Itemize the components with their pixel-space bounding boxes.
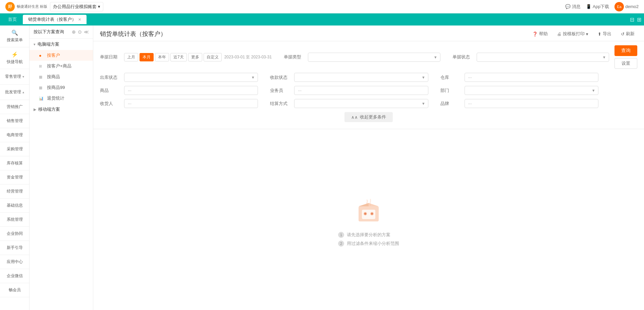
date-last7days-btn[interactable]: 近7天 — [170, 53, 187, 61]
sidebar-item-guide[interactable]: 新手引导 — [0, 241, 29, 255]
scheme-item-return-stat[interactable]: 📊 退货统计 — [30, 93, 93, 104]
message-btn[interactable]: 💬 消息 — [565, 4, 581, 10]
by-product99-label: 按商品99 — [47, 85, 65, 91]
sidebar-item-enterprise[interactable]: 企业协同 — [0, 227, 29, 241]
sidebar-item-marketing[interactable]: 营销推广 — [0, 100, 29, 114]
scheme-item-by-customer-product[interactable]: ⊞ 按客户+商品 — [30, 61, 93, 71]
refresh-btn[interactable]: ↺ 刷新 — [618, 30, 637, 38]
outbound-label: 出库状态 — [100, 74, 119, 81]
return-stat-label: 退货统计 — [47, 95, 64, 101]
settings-btn[interactable]: 设置 — [614, 58, 637, 69]
app-download-btn[interactable]: 📱 App下载 — [586, 4, 609, 10]
tab-maximize-icon[interactable]: ⊞ — [637, 16, 641, 23]
content-area: 按以下方案查询 ⊕ ⊙ ≪ ▾ 电脑端方案 ● 按客户 ⊞ — [30, 25, 644, 310]
sidebar-item-basic-info[interactable]: 基础信息 — [0, 199, 29, 213]
template-print-btn[interactable]: 🖨 按模板打印 ▾ — [554, 30, 591, 38]
purchase-label: 采购管理 — [7, 146, 23, 152]
doc-status-select[interactable]: ▾ — [477, 53, 609, 62]
collapse-btn[interactable]: ∧∧ 收起更多条件 — [344, 112, 393, 122]
date-this-month-btn[interactable]: 本月 — [140, 53, 154, 61]
export-btn[interactable]: ⬆ 导出 — [595, 30, 614, 38]
date-range-display: 2023-03-01 至 2023-03-31 — [224, 54, 272, 60]
member-label: 畅会员 — [9, 287, 21, 293]
scheme-group-pc-header[interactable]: ▾ 电脑端方案 — [30, 39, 93, 50]
salesperson-select[interactable]: ··· — [294, 86, 428, 95]
scheme-item-by-customer[interactable]: ● 按客户 — [30, 50, 93, 61]
print-icon: 🖨 — [557, 32, 561, 37]
scheme-item-by-product99[interactable]: ▦ 按商品99 — [30, 82, 93, 93]
workspace-label: 办公用品行业模拟账套 — [53, 4, 97, 10]
date-label: 单据日期 — [100, 54, 119, 60]
operations-label: 经营管理 — [7, 189, 23, 194]
date-custom-btn[interactable]: 自定义 — [204, 53, 222, 61]
sidebar-item-system[interactable]: 系统管理 — [0, 213, 29, 227]
tab-sales-stat[interactable]: 销货单统计表（按客户） ✕ — [23, 15, 87, 24]
search-menu-label: 搜索菜单 — [7, 37, 23, 43]
sidebar-item-member[interactable]: 畅会员 — [0, 283, 29, 297]
department-select[interactable]: ▾ — [465, 86, 598, 95]
help-btn[interactable]: ❓ 帮助 — [530, 30, 550, 38]
brand-select[interactable]: ··· — [465, 99, 598, 108]
scheme-item-by-product[interactable]: ▦ 按商品 — [30, 71, 93, 82]
tab-minimize-icon[interactable]: ⊟ — [630, 16, 634, 23]
scheme-collapse-icon[interactable]: ≪ — [84, 29, 89, 35]
quick-nav-label: 快捷导航 — [7, 59, 23, 65]
scheme-add-icon[interactable]: ⊕ — [72, 29, 76, 35]
inventory-label: 库存核算 — [7, 160, 23, 166]
tab-home[interactable]: 首页 — [3, 15, 22, 24]
scheme-group-pc: ▾ 电脑端方案 ● 按客户 ⊞ 按客户+商品 ▦ 按商品 ▦ 按商品99 — [30, 39, 93, 104]
tip-num-1: 1 — [338, 232, 344, 238]
warehouse-label: 仓库 — [440, 74, 459, 81]
retail-arrow-icon: ▾ — [22, 75, 24, 79]
sidebar-item-retail[interactable]: 零售管理 ▾ — [0, 69, 29, 85]
sidebar-item-inventory[interactable]: 库存核算 — [0, 156, 29, 170]
salesperson-dots: ··· — [298, 88, 302, 93]
chevron-down-icon: ▾ — [34, 42, 36, 47]
by-customer-product-label: 按客户+商品 — [47, 63, 71, 69]
user-avatar: Ea — [614, 2, 624, 11]
workspace-selector[interactable]: 办公用品行业模拟账套 ▾ — [50, 2, 103, 11]
main-panel: 销货单统计表（按客户） ❓ 帮助 🖨 按模板打印 ▾ ⬆ 导出 — [93, 25, 644, 310]
product-select[interactable]: ··· — [124, 86, 258, 95]
sidebar-item-operations[interactable]: 经营管理 — [0, 185, 29, 199]
doc-type-select[interactable]: ▾ — [308, 53, 440, 62]
sidebar-item-corp-wechat[interactable]: 企业微信 — [0, 269, 29, 283]
page-title: 销货单统计表（按客户） — [100, 30, 166, 38]
customer-icon: ● — [39, 53, 44, 58]
recipient-select[interactable]: ··· — [124, 99, 258, 108]
scheme-settings-icon[interactable]: ⊙ — [78, 29, 82, 35]
page-header: 销货单统计表（按客户） ❓ 帮助 🖨 按模板打印 ▾ ⬆ 导出 — [93, 25, 644, 41]
query-btn[interactable]: 查询 — [614, 45, 637, 56]
username-label: demo2 — [625, 4, 639, 9]
sidebar-item-wholesale[interactable]: 批发管理 ▴ — [0, 85, 29, 100]
warehouse-select[interactable]: ··· — [465, 73, 598, 82]
user-profile-btn[interactable]: Ea demo2 — [614, 2, 639, 11]
sidebar-item-search-menu[interactable]: 🔍 搜索菜单 — [0, 25, 29, 47]
scheme-group-mobile: ▶ 移动端方案 — [30, 104, 93, 115]
collapse-label: 收起更多条件 — [360, 114, 386, 120]
sidebar-item-sales[interactable]: 销售管理 — [0, 114, 29, 128]
marketing-label: 营销推广 — [7, 104, 23, 110]
date-this-year-btn[interactable]: 本年 — [155, 53, 169, 61]
app-download-icon: 📱 — [586, 4, 591, 9]
sidebar-item-finance[interactable]: 资金管理 — [0, 170, 29, 185]
svg-point-7 — [371, 213, 373, 215]
tab-close-icon[interactable]: ✕ — [78, 17, 81, 22]
date-more-btn[interactable]: 更多 — [188, 53, 202, 61]
scheme-group-mobile-header[interactable]: ▶ 移动端方案 — [30, 104, 93, 115]
header-left: 好 畅捷通好生意 标版 办公用品行业模拟账套 ▾ — [5, 2, 103, 11]
sidebar-item-purchase[interactable]: 采购管理 — [0, 142, 29, 156]
payment-select[interactable]: ▾ — [294, 73, 428, 82]
sidebar-item-quick-nav[interactable]: ⚡ 快捷导航 — [0, 47, 29, 69]
date-last-month-btn[interactable]: 上月 — [124, 53, 138, 61]
sidebar-item-app-center[interactable]: 应用中心 — [0, 255, 29, 269]
export-label: 导出 — [603, 31, 611, 37]
warehouse-dots: ··· — [468, 75, 472, 80]
data-area: 1 请先选择要分析的方案 2 用过滤条件来缩小分析范围 — [93, 129, 644, 310]
outbound-select[interactable]: ▾ — [124, 73, 258, 82]
pc-scheme-label: 电脑端方案 — [38, 41, 59, 47]
settlement-select[interactable]: ▾ — [294, 99, 428, 108]
sidebar-item-ecom[interactable]: 电商管理 — [0, 128, 29, 142]
return-stat-icon: 📊 — [39, 96, 44, 101]
sidebar: 🔍 搜索菜单 ⚡ 快捷导航 零售管理 ▾ 批发管理 ▴ 营销推广 销售管理 电商… — [0, 25, 30, 310]
